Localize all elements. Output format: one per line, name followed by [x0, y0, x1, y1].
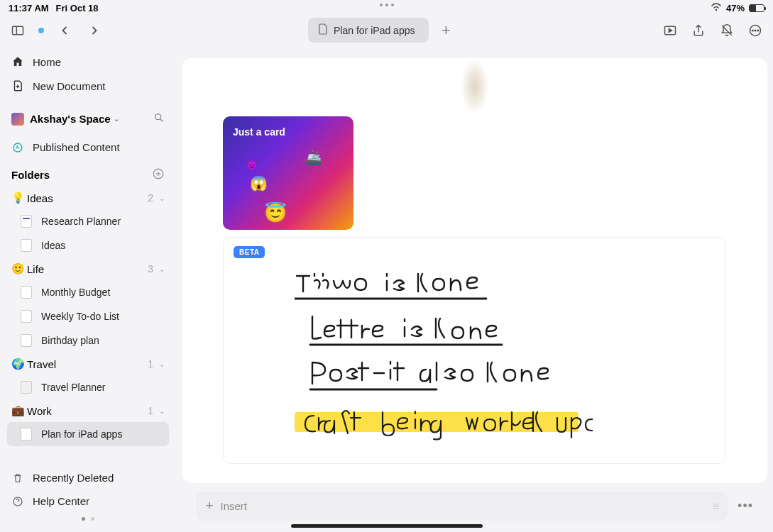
page-icon	[20, 215, 33, 228]
sidebar-doc-weekly-to-do-list[interactable]: Weekly To-do List	[7, 304, 169, 328]
sidebar-item-label: Weekly To-do List	[41, 311, 119, 322]
folder-emoji-icon: 💡	[11, 192, 27, 204]
notifications-icon[interactable]	[718, 21, 736, 40]
folder-count: 1	[148, 358, 153, 370]
help-icon	[11, 496, 24, 507]
svg-point-10	[155, 114, 161, 120]
multitask-dots[interactable]	[380, 4, 394, 6]
wifi-icon	[711, 3, 722, 13]
sidebar-item-label: Travel Planner	[41, 382, 106, 393]
folders-header: Folders	[7, 159, 169, 187]
app-toolbar: Plan for iPad apps +	[0, 15, 773, 50]
embedded-card[interactable]: Just a card 😱 😇 🚢 😈	[223, 116, 353, 230]
sidebar-published-content[interactable]: Published Content	[7, 135, 169, 159]
svg-point-7	[752, 30, 753, 31]
folder-label: Travel	[27, 358, 148, 370]
sidebar-home[interactable]: Home	[7, 50, 169, 74]
sidebar-item-label: Plan for iPad apps	[41, 428, 122, 440]
new-tab-button[interactable]: +	[436, 21, 456, 40]
sidebar-item-label: Birthday plan	[41, 335, 99, 346]
page-icon	[20, 334, 33, 347]
chevron-down-icon[interactable]: ⌄	[159, 265, 165, 273]
page-icon	[20, 428, 33, 440]
chevron-down-icon[interactable]: ⌄	[159, 194, 165, 202]
page-icon	[20, 310, 33, 323]
forward-icon[interactable]	[85, 21, 104, 40]
battery-percent: 47%	[726, 3, 745, 13]
card-title: Just a card	[233, 126, 285, 138]
insert-button[interactable]: + Insert ≡	[196, 492, 728, 521]
page-icon	[20, 239, 33, 252]
svg-marker-4	[669, 28, 671, 32]
folder-label: Ideas	[27, 192, 148, 204]
handwriting-block[interactable]: BETA	[223, 237, 726, 464]
svg-point-8	[755, 30, 756, 31]
sidebar-item-label: Home	[33, 56, 61, 68]
sidebar-recently-deleted[interactable]: Recently Deleted	[7, 466, 169, 489]
folder-travel[interactable]: 🌍 Travel 1 ⌄	[7, 353, 169, 375]
drag-handle-icon[interactable]: ≡	[713, 500, 718, 513]
more-options-icon[interactable]	[746, 21, 764, 40]
status-time: 11:37 AM	[9, 3, 49, 13]
sidebar-item-label: Help Center	[33, 495, 89, 507]
sync-status-icon[interactable]	[38, 28, 44, 33]
folder-emoji-icon: 🙂	[11, 262, 27, 275]
space-selector[interactable]: Akshay's Space ⌄	[7, 105, 169, 133]
sidebar-new-document[interactable]: New Document	[7, 74, 169, 98]
chevron-down-icon[interactable]: ⌄	[159, 407, 165, 415]
chevron-down-icon: ⌄	[114, 115, 119, 123]
sidebar-item-label: Recently Deleted	[33, 472, 114, 484]
device-status-bar: 11:37 AM Fri Oct 18 47%	[0, 0, 773, 15]
page-icon	[20, 286, 33, 299]
folder-count: 1	[148, 405, 153, 416]
svg-rect-1	[13, 26, 23, 35]
sidebar-doc-research-planner[interactable]: Research Planner	[7, 209, 169, 233]
beta-badge: BETA	[234, 246, 265, 258]
ship-emoji-icon: 🚢	[305, 149, 322, 166]
folder-emoji-icon: 💼	[11, 404, 27, 417]
sidebar-item-label: Published Content	[33, 141, 120, 153]
sidebar-doc-travel-planner[interactable]: Travel Planner	[7, 375, 169, 399]
sidebar-toggle-icon[interactable]	[9, 21, 27, 40]
folder-work[interactable]: 💼 Work 1 ⌄	[7, 399, 169, 422]
sidebar-item-label: Ideas	[41, 240, 65, 251]
document-icon	[318, 23, 328, 37]
folder-ideas[interactable]: 💡 Ideas 2 ⌄	[7, 187, 169, 209]
halo-emoji-icon: 😇	[264, 202, 287, 224]
svg-point-0	[716, 9, 717, 11]
sidebar-doc-birthday-plan[interactable]: Birthday plan	[7, 328, 169, 353]
back-icon[interactable]	[55, 21, 74, 40]
scream-emoji-icon: 😱	[250, 174, 268, 192]
space-name-label: Akshay's Space	[30, 113, 111, 125]
sidebar-doc-ideas[interactable]: Ideas	[7, 233, 169, 257]
block-more-icon[interactable]: •••	[738, 499, 753, 514]
sidebar-pager[interactable]	[7, 513, 169, 525]
page-icon	[20, 381, 33, 394]
tab-title: Plan for iPad apps	[334, 25, 415, 36]
folder-emoji-icon: 🌍	[11, 358, 27, 370]
sidebar-item-label: Research Planner	[41, 216, 121, 227]
sidebar-help-center[interactable]: Help Center	[7, 489, 169, 513]
document-tab[interactable]: Plan for iPad apps	[308, 18, 429, 43]
document-page[interactable]: Just a card 😱 😇 🚢 😈 BETA	[182, 58, 767, 483]
home-icon	[11, 55, 24, 68]
handwriting-svg	[295, 263, 593, 455]
svg-line-11	[160, 119, 163, 121]
share-icon[interactable]	[689, 21, 708, 40]
battery-icon	[749, 4, 764, 12]
document-content-area: Just a card 😱 😇 🚢 😈 BETA	[176, 50, 773, 532]
search-icon[interactable]	[153, 112, 165, 126]
presentation-icon[interactable]	[661, 21, 679, 40]
sidebar-doc-plan-for-ipad-apps[interactable]: Plan for iPad apps	[7, 422, 169, 446]
devil-emoji-icon: 😈	[246, 159, 258, 170]
add-folder-button[interactable]	[152, 167, 165, 182]
folder-life[interactable]: 🙂 Life 3 ⌄	[7, 257, 169, 280]
plus-icon: +	[206, 499, 214, 514]
sidebar-doc-monthly-budget[interactable]: Monthly Budget	[7, 280, 169, 304]
sidebar: Home New Document Akshay's Space ⌄ Publi…	[0, 50, 176, 532]
home-indicator[interactable]	[291, 524, 483, 528]
chevron-down-icon[interactable]: ⌄	[159, 360, 165, 368]
folder-count: 3	[148, 263, 153, 275]
folder-label: Life	[27, 263, 148, 275]
insert-label: Insert	[221, 500, 248, 512]
